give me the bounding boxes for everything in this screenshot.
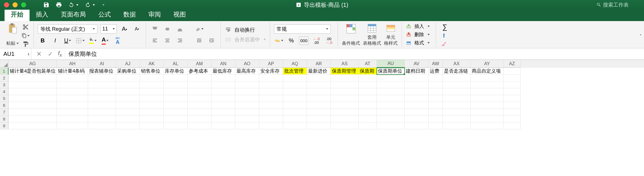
cell-AZ5[interactable] (504, 95, 521, 102)
cell-AL2[interactable] (164, 75, 188, 81)
cell-styles-button[interactable]: 单元 格样式 (384, 23, 398, 46)
cell-AG2[interactable] (9, 75, 57, 81)
cell-AK5[interactable] (140, 95, 164, 102)
cell-AI6[interactable] (88, 102, 116, 109)
cell-AW1[interactable]: 运费 (429, 68, 443, 75)
formula-input[interactable]: 保质期单位 (65, 50, 97, 58)
cell-AS4[interactable] (331, 88, 359, 95)
accept-formula-button[interactable]: ✓ (48, 50, 53, 58)
cell-AS8[interactable] (331, 116, 359, 122)
cell-AL5[interactable] (164, 95, 188, 102)
decrease-indent-button[interactable] (194, 36, 204, 45)
cell-AQ3[interactable] (283, 81, 307, 88)
cell-AU1[interactable]: 保质期单位 (377, 68, 405, 75)
cell-AP9[interactable] (259, 122, 283, 129)
decrease-font-button[interactable]: A▾ (132, 25, 142, 33)
col-header-AN[interactable]: AN (211, 60, 235, 68)
cell-AP3[interactable] (259, 81, 283, 88)
tab-view[interactable]: 视图 (167, 9, 192, 21)
minimize-icon[interactable] (13, 2, 18, 7)
cell-AU3[interactable] (377, 81, 405, 88)
borders-button[interactable] (75, 36, 85, 45)
cell-AN5[interactable] (211, 95, 235, 102)
row-header-6[interactable]: 6 (0, 102, 9, 109)
cell-AR1[interactable]: 最新进价 (307, 68, 331, 75)
cell-AX6[interactable] (443, 102, 471, 109)
cell-AQ2[interactable] (283, 75, 307, 81)
cell-AI9[interactable] (88, 122, 116, 129)
cell-AY6[interactable] (471, 102, 504, 109)
cell-AV8[interactable] (405, 116, 429, 122)
cell-AP1[interactable]: 安全库存 (259, 68, 283, 75)
conditional-format-button[interactable]: 条件格式 (342, 23, 360, 46)
cell-AK9[interactable] (140, 122, 164, 129)
cell-AH5[interactable] (57, 95, 88, 102)
merge-center-button[interactable]: 合并后居中 (225, 36, 266, 43)
cell-AO9[interactable] (235, 122, 259, 129)
tab-review[interactable]: 审阅 (142, 9, 167, 21)
tab-pagelayout[interactable]: 页面布局 (55, 9, 92, 21)
increase-decimal-button[interactable]: ←.0.00 (311, 36, 321, 45)
cell-AU4[interactable] (377, 88, 405, 95)
cell-AK4[interactable] (140, 88, 164, 95)
cell-AL3[interactable] (164, 81, 188, 88)
cell-AT5[interactable] (359, 95, 377, 102)
cell-AO1[interactable]: 最高库存 (235, 68, 259, 75)
cell-AY2[interactable] (471, 75, 504, 81)
row-header-5[interactable]: 5 (0, 95, 9, 102)
col-header-AL[interactable]: AL (164, 60, 188, 68)
cell-AX7[interactable] (443, 109, 471, 116)
delete-cells-button[interactable]: 删除 (406, 31, 430, 38)
cell-AK1[interactable]: 销售单位 (140, 68, 164, 75)
cell-AR5[interactable] (307, 95, 331, 102)
autosum-button[interactable]: ∑ (440, 24, 450, 30)
cell-AV2[interactable] (405, 75, 429, 81)
cell-AI2[interactable] (88, 75, 116, 81)
bold-button[interactable]: B (38, 36, 47, 45)
col-header-AS[interactable]: AS (331, 60, 359, 68)
cell-AV4[interactable] (405, 88, 429, 95)
orientation-button[interactable]: ab (194, 25, 204, 33)
cell-AW3[interactable] (429, 81, 443, 88)
cell-AP4[interactable] (259, 88, 283, 95)
font-size-select[interactable]: 11 (100, 24, 117, 34)
cell-AY5[interactable] (471, 95, 504, 102)
cell-AV5[interactable] (405, 95, 429, 102)
cell-AK6[interactable] (140, 102, 164, 109)
cell-AU7[interactable] (377, 109, 405, 116)
cell-AX8[interactable] (443, 116, 471, 122)
row-header-3[interactable]: 3 (0, 81, 9, 88)
cell-AS1[interactable]: 保质期管理 (331, 68, 359, 75)
cell-AZ4[interactable] (504, 88, 521, 95)
align-right-button[interactable] (175, 36, 185, 45)
cell-AG8[interactable] (9, 116, 57, 122)
col-header-AY[interactable]: AY (471, 60, 504, 68)
cell-AI1[interactable]: 报表辅单位 (88, 68, 116, 75)
cell-AO7[interactable] (235, 109, 259, 116)
col-header-AO[interactable]: AO (235, 60, 259, 68)
name-box[interactable]: AU1 ▴▾ (0, 48, 31, 60)
align-middle-button[interactable] (163, 25, 172, 33)
cell-AM9[interactable] (188, 122, 211, 129)
cell-AO6[interactable] (235, 102, 259, 109)
cell-AW5[interactable] (429, 95, 443, 102)
cell-AZ6[interactable] (504, 102, 521, 109)
underline-button[interactable]: U (63, 36, 72, 45)
col-header-AP[interactable]: AP (259, 60, 283, 68)
cell-AY8[interactable] (471, 116, 504, 122)
cell-AS5[interactable] (331, 95, 359, 102)
cell-AQ8[interactable] (283, 116, 307, 122)
cell-AH6[interactable] (57, 102, 88, 109)
copy-button[interactable] (22, 32, 30, 39)
cell-AX4[interactable] (443, 88, 471, 95)
cell-AZ9[interactable] (504, 122, 521, 129)
cell-AL9[interactable] (164, 122, 188, 129)
cell-AM4[interactable] (188, 88, 211, 95)
cell-AM7[interactable] (188, 109, 211, 116)
cell-AQ1[interactable]: 批次管理 (283, 68, 307, 75)
cell-AM3[interactable] (188, 81, 211, 88)
row-header-7[interactable]: 7 (0, 109, 9, 116)
print-button[interactable] (56, 2, 62, 8)
align-center-button[interactable] (163, 36, 172, 45)
cell-AL6[interactable] (164, 102, 188, 109)
